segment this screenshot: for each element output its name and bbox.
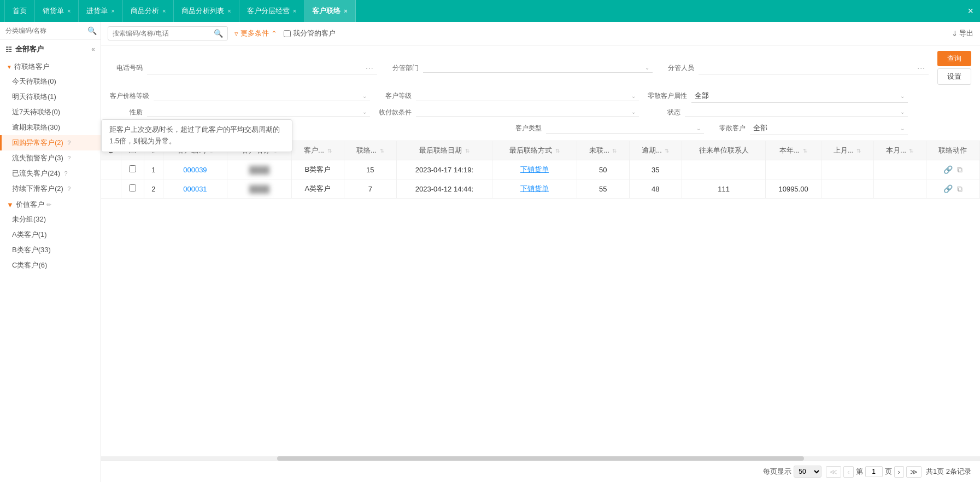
th-this-year[interactable]: 本年... ⇅ xyxy=(766,141,821,160)
horizontal-scrollbar[interactable] xyxy=(101,456,980,461)
repurchase-help-icon: ? xyxy=(67,140,71,146)
filter-search-icon[interactable]: 🔍 xyxy=(214,29,223,38)
sidebar-search-icon[interactable]: 🔍 xyxy=(87,26,97,35)
sort-contact-icon: ⇅ xyxy=(380,148,384,154)
last-page-btn[interactable]: ≫ xyxy=(906,466,922,478)
settings-button[interactable]: 设置 xyxy=(937,68,971,85)
content-area: 🔍 ▿ 更多条件 ⌃ 我分管的客户 ⇓ 导出 电话号码 xyxy=(101,22,980,482)
th-overdue[interactable]: 逾期... ⇅ xyxy=(629,141,682,160)
next-page-btn[interactable]: › xyxy=(894,466,904,478)
filter-payment-input[interactable]: ⌄ xyxy=(416,107,639,117)
sidebar-item-today[interactable]: 今天待联络(0) xyxy=(0,74,101,89)
sort-year-icon: ⇅ xyxy=(803,148,807,154)
td-code-2[interactable]: 000031 xyxy=(163,179,227,199)
td-contact-1: 15 xyxy=(344,160,396,179)
nav-tab-customer-tier[interactable]: 客户分层经营 × xyxy=(239,0,304,22)
sidebar-item-tomorrow[interactable]: 明天待联络(1) xyxy=(0,89,101,104)
sidebar-item-overdue[interactable]: 逾期未联络(30) xyxy=(0,120,101,135)
dept-arrow-icon: ⌄ xyxy=(645,65,649,71)
th-last-date[interactable]: 最后联络日期 ⇅ xyxy=(396,141,492,160)
th-uncontacted[interactable]: 未联... ⇅ xyxy=(577,141,629,160)
th-category[interactable]: 客户... ⇅ xyxy=(291,141,344,160)
sidebar-search-input[interactable] xyxy=(5,27,87,34)
nav-tab-customer-tier-close[interactable]: × xyxy=(293,8,296,14)
prev-page-btn[interactable]: ‹ xyxy=(843,466,853,478)
filter-gender-input[interactable]: ⌄ xyxy=(147,107,370,117)
nav-tab-customer-contact[interactable]: 客户联络 × xyxy=(304,0,355,22)
filter-dept-input[interactable]: ⌄ xyxy=(423,63,653,73)
sidebar-item-already-lost[interactable]: 已流失客户(24) ? xyxy=(0,166,101,181)
filter-customer-level-label: 客户等级 xyxy=(379,91,412,101)
action-buttons: 查询 设置 xyxy=(937,51,971,85)
th-last-method[interactable]: 最后联络方式 ⇅ xyxy=(492,141,577,160)
td-unit-contact-2: 111 xyxy=(682,179,766,199)
filter-more-btn[interactable]: ▿ 更多条件 ⌃ xyxy=(234,28,277,38)
nav-tab-home[interactable]: 首页 xyxy=(4,0,35,22)
nav-tab-analysis-close[interactable]: × xyxy=(162,8,166,14)
per-page-select[interactable]: 50 100 200 xyxy=(794,466,821,478)
td-checkbox-2[interactable] xyxy=(121,179,144,199)
top-nav: 首页 销货单 × 进货单 × 商品分析 × 商品分析列表 × 客户分层经营 × … xyxy=(0,0,980,22)
page-suffix: 页 xyxy=(885,467,892,477)
filter-phone-input[interactable]: ··· xyxy=(147,62,377,74)
td-this-year-2: 10995.00 xyxy=(766,179,821,199)
action-grid-icon-2[interactable]: ⧉ xyxy=(957,184,963,194)
row-checkbox-2[interactable] xyxy=(129,184,136,191)
sidebar-collapse-icon[interactable]: « xyxy=(91,45,95,53)
action-link-icon-2[interactable]: 🔗 xyxy=(943,184,953,193)
export-button[interactable]: ⇓ 导出 xyxy=(952,28,973,38)
th-last-month[interactable]: 上月... ⇅ xyxy=(821,141,873,160)
td-last-method-2[interactable]: 下销货单 xyxy=(492,179,577,199)
filter-customer-type-input[interactable]: ⌄ xyxy=(546,124,704,133)
sidebar-item-lost-preview[interactable]: 流失预警客户(3) ? xyxy=(0,150,101,166)
nav-tab-customer-contact-close[interactable]: × xyxy=(344,8,347,14)
sidebar-item-repurchase-abnormal[interactable]: 回购异常客户(2) ? xyxy=(0,135,101,150)
filter-price-level-input[interactable]: ⌄ xyxy=(154,91,370,101)
nav-tab-purchase[interactable]: 进货单 × xyxy=(79,0,122,22)
nav-tab-home-label: 首页 xyxy=(13,6,27,16)
pagination-nav: ≪ ‹ 第 页 › ≫ xyxy=(826,466,922,478)
row-checkbox-1[interactable] xyxy=(129,165,136,172)
page-input[interactable] xyxy=(865,466,883,477)
scroll-thumb[interactable] xyxy=(277,456,805,461)
action-link-icon-1[interactable]: 🔗 xyxy=(943,165,953,174)
sidebar-item-declining[interactable]: 持续下滑客户(2) ? xyxy=(0,181,101,196)
sidebar-item-class-c[interactable]: C类客户(6) xyxy=(0,258,101,273)
filter-gender: 性质 ⌄ xyxy=(110,107,370,117)
sidebar-item-7days[interactable]: 近7天待联络(0) xyxy=(0,104,101,120)
value-customers-header[interactable]: ▼ 价值客户 ✏ xyxy=(0,196,101,212)
filter-retail-customer-input[interactable]: 全部 ⌄ xyxy=(750,121,908,135)
action-grid-icon-1[interactable]: ⧉ xyxy=(957,165,963,175)
filter-status-input[interactable]: ⌄ xyxy=(685,107,908,117)
td-last-method-1[interactable]: 下销货单 xyxy=(492,160,577,179)
nav-tab-customer-contact-label: 客户联络 xyxy=(312,6,341,16)
filter-status: 状态 ⌄ xyxy=(648,107,908,117)
sidebar-item-class-a[interactable]: A类客户(1) xyxy=(0,227,101,242)
filter-retail-attr: 零散客户属性 全部 ⌄ xyxy=(648,89,908,103)
nav-tab-sales[interactable]: 销货单 × xyxy=(35,0,79,22)
filter-manager-input[interactable]: ··· xyxy=(699,62,929,74)
filter-search-input[interactable] xyxy=(113,30,212,37)
filter-customer-level-input[interactable]: ⌄ xyxy=(416,91,639,101)
nav-tab-analysis[interactable]: 商品分析 × xyxy=(123,0,174,22)
pending-contact-group[interactable]: ▼ 待联络客户 xyxy=(0,59,101,74)
th-contact[interactable]: 联络... ⇅ xyxy=(344,141,396,160)
nav-tab-analysis-list[interactable]: 商品分析列表 × xyxy=(174,0,239,22)
sidebar-item-class-b[interactable]: B类客户(33) xyxy=(0,242,101,258)
th-unit-contact[interactable]: 往来单位联系人 xyxy=(682,141,766,160)
sidebar-item-ungrouped[interactable]: 未分组(32) xyxy=(0,212,101,227)
nav-tab-sales-close[interactable]: × xyxy=(67,8,71,14)
td-checkbox-1[interactable] xyxy=(121,160,144,179)
all-customers-header[interactable]: ☷ 全部客户 « xyxy=(0,40,101,59)
th-this-month[interactable]: 本月... ⇅ xyxy=(873,141,926,160)
td-code-1[interactable]: 000039 xyxy=(163,160,227,179)
value-customers-edit-icon[interactable]: ✏ xyxy=(46,201,51,208)
nav-tab-analysis-list-close[interactable]: × xyxy=(227,8,231,14)
my-customers-checkbox[interactable] xyxy=(284,30,291,37)
filter-retail-attr-input[interactable]: 全部 ⌄ xyxy=(691,89,908,103)
nav-tab-purchase-close[interactable]: × xyxy=(111,8,114,14)
close-all-button[interactable]: × xyxy=(967,6,973,16)
td-overdue-2: 48 xyxy=(629,179,682,199)
query-button[interactable]: 查询 xyxy=(937,51,971,66)
first-page-btn[interactable]: ≪ xyxy=(826,466,841,478)
